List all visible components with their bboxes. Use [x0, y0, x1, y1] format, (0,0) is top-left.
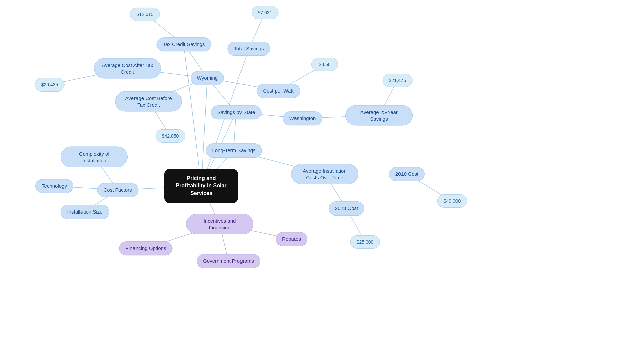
node-cost_factors: Cost Factors	[97, 183, 138, 197]
node-val_7631: $7,631	[252, 6, 279, 19]
node-val_356: $3.56	[311, 58, 338, 71]
node-rebates: Rebates	[276, 232, 307, 246]
node-val_21475: $21,475	[383, 74, 413, 87]
svg-line-0	[184, 44, 201, 186]
node-washington: Washington	[283, 111, 322, 125]
node-val_29435: $29,435	[35, 78, 65, 92]
node-complexity: Complexity of Installation	[61, 147, 128, 167]
node-long_term_savings: Long-Term Savings	[206, 143, 262, 158]
node-center: Pricing and Profitability in Solar Servi…	[164, 169, 238, 203]
node-technology: Technology	[35, 179, 73, 193]
node-val_12615: $12,615	[130, 8, 160, 21]
node-financing_options: Financing Options	[119, 241, 173, 255]
node-cost_2023: 2023 Cost	[329, 201, 364, 216]
node-val_40000: $40,000	[437, 194, 467, 208]
mind-map: Pricing and Profitability in Solar Servi…	[0, 0, 644, 363]
node-wyoming: Wyoming	[191, 71, 224, 85]
node-cost_per_watt: Cost per Watt	[257, 84, 300, 98]
node-tax_credit_savings: Tax Credit Savings	[156, 37, 211, 51]
node-val_42050: $42,050	[156, 129, 185, 143]
node-avg_25yr: Average 25-Year Savings	[345, 105, 413, 126]
node-avg_install_costs: Average Installation Costs Over Time	[291, 164, 358, 184]
node-avg_cost_after: Average Cost After Tax Credit	[94, 58, 161, 79]
node-incentives: Incentives and Financing	[186, 214, 253, 234]
node-government_programs: Government Programs	[197, 254, 260, 268]
node-install_size: Installation Size	[61, 205, 109, 219]
node-total_savings: Total Savings	[227, 42, 270, 56]
node-cost_2010: 2010 Cost	[389, 167, 425, 181]
node-savings_by_state: Savings by State	[211, 105, 262, 119]
node-avg_cost_before: Average Cost Before Tax Credit	[115, 91, 182, 112]
node-val_25000: $25,000	[350, 235, 380, 249]
